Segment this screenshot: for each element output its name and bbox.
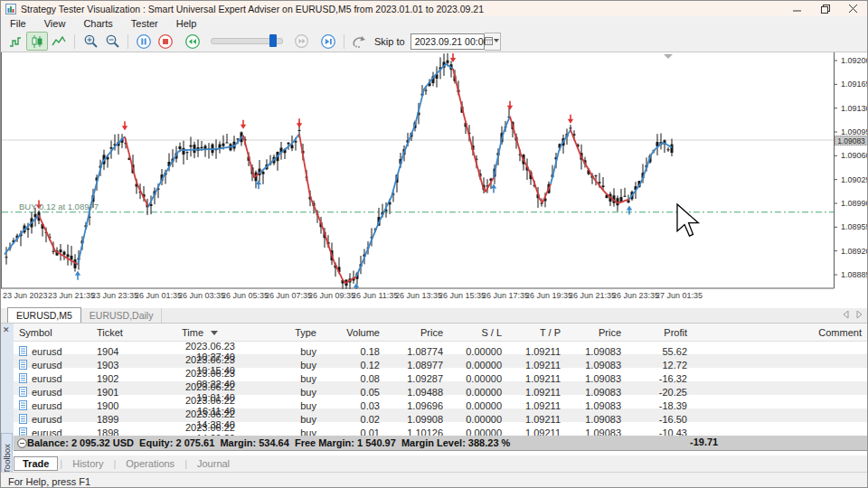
cell-t-p: 1.09211: [507, 346, 566, 357]
cell-volume: 0.02: [322, 414, 385, 425]
cell-ticket: 1900: [91, 400, 159, 411]
stop-button[interactable]: [155, 32, 176, 51]
title-bar: Strategy Tester Visualization : Smart Un…: [1, 1, 867, 16]
menu-tester[interactable]: Tester: [122, 16, 167, 31]
time-axis-label: 27 Jun 01:35: [656, 291, 703, 300]
order-icon: [19, 360, 27, 371]
toolbar: Skip to 2023.09.21 00:00: [1, 31, 867, 52]
cell-s-l: 0.00000: [448, 400, 507, 411]
toolbox-left-strip: [1, 324, 14, 450]
column-header-price[interactable]: Price: [420, 327, 443, 338]
buy-order-label: BUY 0.12 at 1.08977: [19, 202, 99, 211]
window-title: Strategy Tester Visualization : Smart Un…: [21, 4, 484, 14]
cell-price: 1.09083: [566, 387, 627, 398]
column-header-t-p[interactable]: T / P: [540, 327, 561, 338]
tick-chart-button[interactable]: [5, 32, 26, 51]
time-axis-label: 26 Jun 05:35: [222, 291, 269, 300]
trade-row-1904[interactable]: eurusd19042023.06.23 10:27:40buy0.181.08…: [14, 341, 867, 354]
speed-slider[interactable]: [211, 38, 283, 44]
price-axis-label: 1.09095: [841, 127, 868, 136]
balance-bar: Balance: 2 095.32 USD Equity: 2 075.61 M…: [14, 436, 867, 451]
cell-type: buy: [241, 414, 322, 425]
cell-price: 1.09488: [385, 387, 448, 398]
cell-profit: 12.72: [627, 360, 693, 371]
menu-charts[interactable]: Charts: [74, 16, 121, 31]
tab-scroll-left-icon[interactable]: [844, 311, 849, 319]
skip-to-date-input[interactable]: 2023.09.21 00:00: [410, 33, 485, 50]
column-header-time[interactable]: Time: [182, 327, 203, 338]
tab-separator: |: [60, 458, 62, 469]
cell-profit: -16.32: [627, 373, 693, 384]
column-header-volume[interactable]: Volume: [346, 327, 380, 338]
cell-symbol: eurusd: [32, 387, 62, 398]
status-text: For Help, press F1: [8, 476, 90, 487]
skip-to-label: Skip to: [374, 36, 405, 47]
pause-button[interactable]: [133, 32, 155, 51]
cell-symbol: eurusd: [32, 360, 62, 371]
cell-symbol: eurusd: [32, 373, 62, 384]
cell-s-l: 0.00000: [448, 360, 507, 371]
time-axis-label: 26 Jun 09:35: [308, 291, 355, 300]
cell-s-l: 0.00000: [448, 346, 507, 357]
cell-ticket: 1899: [91, 414, 159, 425]
cell-volume: 0.05: [322, 387, 385, 398]
skip-to-end-button[interactable]: [317, 32, 339, 51]
candlestick-chart-button[interactable]: [26, 32, 48, 51]
strategy-tester-window: Strategy Tester Visualization : Smart Un…: [0, 0, 868, 488]
close-button[interactable]: [839, 1, 867, 16]
zoom-out-button[interactable]: [101, 32, 123, 51]
rewind-button[interactable]: [182, 32, 203, 51]
time-axis-label: 26 Jun 03:35: [178, 291, 225, 300]
collapse-minus-icon[interactable]: [17, 438, 27, 448]
cell-ticket: 1902: [91, 373, 159, 384]
cell-price: 1.09083: [566, 400, 627, 411]
tab-separator: |: [184, 458, 187, 469]
calendar-dropdown-button[interactable]: [485, 33, 501, 51]
cell-t-p: 1.09211: [507, 387, 566, 398]
maximize-button[interactable]: [811, 1, 839, 16]
column-header-type[interactable]: Type: [295, 327, 316, 338]
chart-tab-eurusd-daily[interactable]: EURUSD,Daily: [81, 308, 163, 323]
minimize-button[interactable]: [783, 1, 811, 16]
line-chart-button[interactable]: [48, 32, 70, 51]
cell-profit: -20.25: [627, 387, 693, 398]
price-chart[interactable]: [1, 52, 868, 289]
menu-file[interactable]: File: [1, 16, 35, 31]
price-axis-label: 1.09025: [841, 175, 868, 184]
order-icon: [19, 373, 27, 385]
current-price-box: 1.09083: [835, 136, 868, 145]
cell-t-p: 1.09211: [507, 414, 566, 425]
cell-t-p: 1.09211: [507, 400, 566, 411]
column-header-s-l[interactable]: S / L: [481, 327, 502, 338]
column-header-profit[interactable]: Profit: [664, 327, 687, 338]
bottom-tab-history[interactable]: History: [64, 457, 111, 470]
tab-scroll-right-icon[interactable]: [856, 311, 862, 319]
cell-t-p: 1.09211: [507, 373, 566, 384]
bottom-tab-trade[interactable]: Trade: [14, 456, 58, 471]
cell-type: buy: [241, 346, 322, 357]
cell-type: buy: [241, 400, 322, 411]
time-axis-label: 26 Jun 15:35: [439, 291, 486, 300]
status-bar: For Help, press F1: [1, 472, 867, 488]
chart-tab-eurusd-m5[interactable]: EURUSD,M5: [7, 307, 81, 323]
column-header-comment[interactable]: Comment: [818, 327, 862, 338]
bottom-tab-journal[interactable]: Journal: [189, 457, 238, 470]
tab-separator: |: [113, 458, 116, 469]
bottom-tab-operations[interactable]: Operations: [118, 457, 183, 470]
menu-help[interactable]: Help: [167, 16, 206, 31]
cell-symbol: eurusd: [32, 414, 62, 425]
price-axis-label: 1.09060: [841, 151, 868, 160]
column-header-ticket[interactable]: Ticket: [97, 327, 123, 338]
time-axis-label: 26 Jun 23:35: [612, 291, 659, 300]
cell-symbol: eurusd: [32, 346, 62, 357]
cell-price: 1.08774: [385, 346, 448, 357]
panel-close-icon[interactable]: ✕: [3, 325, 10, 334]
toolbar-separator: [344, 34, 344, 49]
tab-scroll-buttons: [844, 311, 862, 319]
column-header-symbol[interactable]: Symbol: [19, 327, 52, 338]
cell-price: 1.09083: [566, 373, 627, 384]
menu-view[interactable]: View: [35, 16, 75, 31]
zoom-in-button[interactable]: [80, 32, 101, 51]
speed-slider-handle[interactable]: [269, 34, 277, 47]
column-header-price[interactable]: Price: [599, 327, 621, 338]
